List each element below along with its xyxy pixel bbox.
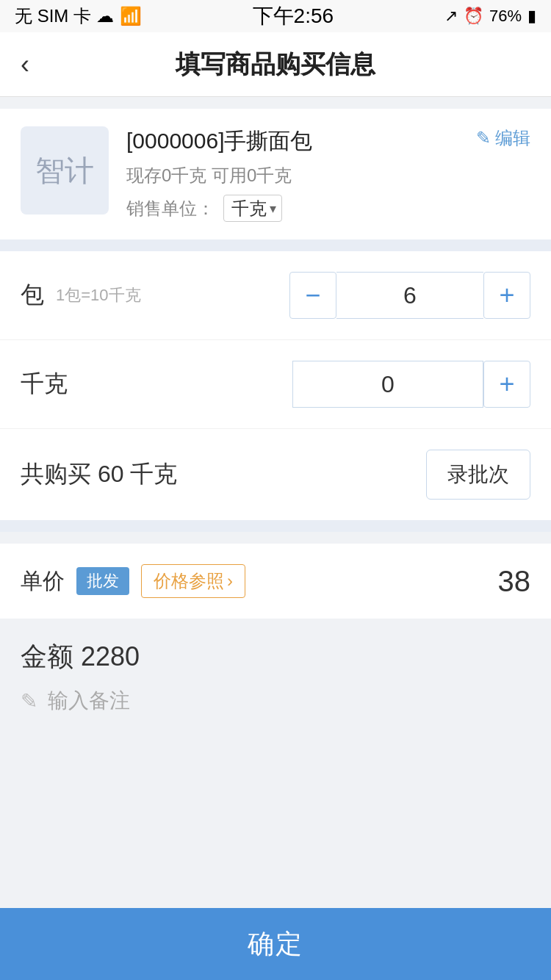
price-section: 单价 批发 价格参照 › 38 (0, 544, 551, 619)
price-ref-label: 价格参照 (154, 569, 224, 593)
qty-input-bao[interactable] (336, 272, 483, 319)
location-icon: ↗ (444, 7, 458, 26)
page-title: 填写商品购买信息 (176, 48, 375, 82)
battery-text: 76% (489, 7, 522, 26)
summary-amount: 60 (98, 461, 124, 487)
price-ref-icon: › (227, 571, 233, 591)
edit-icon: ✎ (476, 128, 491, 148)
nav-bar: ‹ 填写商品购买信息 (0, 32, 551, 97)
qty-input-kg[interactable] (292, 361, 483, 408)
confirm-button[interactable]: 确定 (0, 908, 551, 980)
note-placeholder: 输入备注 (48, 687, 130, 715)
note-row[interactable]: ✎ 输入备注 (21, 687, 530, 735)
price-ref-button[interactable]: 价格参照 › (141, 564, 245, 598)
price-value: 38 (498, 565, 531, 598)
summary-text: 共购买 60 千克 (21, 458, 177, 491)
edit-button[interactable]: ✎ 编辑 (476, 126, 530, 150)
amount-value: 2280 (81, 641, 140, 671)
unit-select-wrapper[interactable]: 千克 (223, 195, 282, 222)
summary-row: 共购买 60 千克 录批次 (0, 429, 551, 520)
wifi-icon: 📶 (120, 6, 142, 26)
summary-prefix: 共购买 (21, 461, 91, 487)
qty-minus-bao[interactable]: − (289, 272, 336, 319)
status-left: 无 SIM 卡 ☁ 📶 (15, 4, 142, 28)
qty-plus-kg[interactable]: + (483, 361, 530, 408)
quantity-row-kg: 千克 + (0, 340, 551, 429)
qty-label-bao: 包 1包=10千克 (21, 279, 141, 311)
qty-controls-bao: − + (289, 272, 530, 319)
unit-select[interactable]: 千克 (223, 195, 282, 222)
no-sim-text: 无 SIM 卡 ☁ (15, 4, 114, 28)
battery-icon: ▮ (527, 7, 536, 26)
qty-plus-bao[interactable]: + (483, 272, 530, 319)
qty-hint-bao: 1包=10千克 (56, 284, 141, 306)
quantity-section: 包 1包=10千克 − + 千克 + (0, 251, 551, 429)
product-unit-row: 销售单位： 千克 (126, 195, 530, 222)
product-info: [0000006]手撕面包 现存0千克 可用0千克 销售单位： 千克 (126, 126, 530, 222)
back-button[interactable]: ‹ (21, 49, 29, 80)
alarm-icon: ⏰ (464, 7, 483, 26)
price-label: 单价 (21, 566, 65, 597)
summary-unit: 千克 (130, 461, 177, 487)
amount-row: 金额 2280 (21, 639, 530, 675)
quantity-row-bao: 包 1包=10千克 − + (0, 251, 551, 340)
status-bar: 无 SIM 卡 ☁ 📶 下午2:56 ↗ ⏰ 76% ▮ (0, 0, 551, 32)
separator-1 (0, 239, 551, 251)
qty-controls-kg: + (292, 361, 530, 408)
separator-2 (0, 520, 551, 532)
product-name: [0000006]手撕面包 (126, 126, 530, 156)
unit-label: 销售单位： (126, 197, 215, 220)
edit-label: 编辑 (495, 126, 530, 150)
amount-label: 金额 (21, 641, 73, 671)
qty-unit-bao: 包 (21, 279, 44, 311)
status-time: 下午2:56 (253, 2, 334, 30)
price-badge: 批发 (76, 567, 129, 595)
product-card: 智计 [0000006]手撕面包 现存0千克 可用0千克 销售单位： 千克 ✎ … (0, 109, 551, 239)
product-thumbnail: 智计 (21, 126, 109, 215)
record-batch-button[interactable]: 录批次 (426, 450, 530, 500)
amount-section: 金额 2280 ✎ 输入备注 (0, 619, 551, 735)
qty-label-kg: 千克 (21, 368, 68, 400)
product-logo: 智计 (35, 151, 94, 191)
status-right: ↗ ⏰ 76% ▮ (444, 7, 536, 26)
qty-unit-kg: 千克 (21, 368, 68, 400)
product-stock: 现存0千克 可用0千克 (126, 164, 530, 187)
pencil-icon: ✎ (21, 689, 37, 713)
